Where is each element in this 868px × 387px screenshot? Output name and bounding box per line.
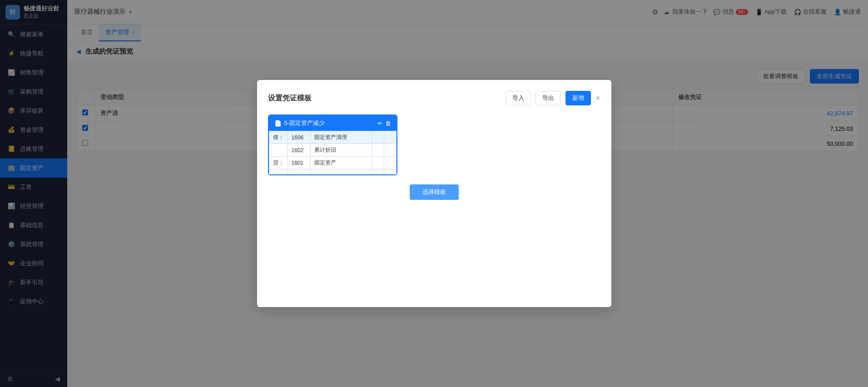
template-name: 5-固定资产减少: [284, 119, 325, 127]
entry-type: [269, 169, 288, 174]
entry-debit: [372, 157, 384, 169]
entry-code: 1601: [288, 157, 310, 169]
template-entry-row-empty: [269, 169, 396, 174]
entry-type: 借：: [269, 131, 288, 144]
dialog-close-btn[interactable]: ×: [595, 94, 600, 102]
template-entry-row: 1602 累计折旧: [269, 144, 396, 157]
import-btn[interactable]: 导入: [506, 91, 531, 105]
template-card: 📄 5-固定资产减少 ✏ 🗑 借： 1606 固定资产清理: [268, 114, 397, 175]
template-card-actions: ✏ 🗑: [377, 120, 391, 127]
entry-type: 贷：: [269, 157, 288, 169]
dialog-header: 设置凭证模板 导入 导出 新增 ×: [268, 91, 600, 105]
select-template-btn[interactable]: 选择模板: [410, 184, 459, 200]
dialog-set-template: 设置凭证模板 导入 导出 新增 × 📄 5-固定资产减少 ✏ 🗑: [257, 80, 611, 307]
entry-code: 1602: [288, 144, 310, 157]
dialog-body: 📄 5-固定资产减少 ✏ 🗑 借： 1606 固定资产清理: [268, 114, 600, 287]
entry-credit: [384, 169, 396, 174]
template-delete-icon[interactable]: 🗑: [385, 120, 391, 127]
entry-account: 固定资产清理: [310, 131, 372, 144]
template-entry-row: 贷： 1601 固定资产: [269, 157, 396, 169]
template-entries-table: 借： 1606 固定资产清理 1602 累计折旧 贷：: [269, 131, 397, 174]
entry-account: 固定资产: [310, 157, 372, 169]
entry-code: [288, 169, 310, 174]
new-btn[interactable]: 新增: [565, 91, 591, 105]
entry-account: [310, 169, 372, 174]
template-file-icon: 📄: [274, 120, 282, 127]
entry-code: 1606: [288, 131, 310, 144]
template-card-header: 📄 5-固定资产减少 ✏ 🗑: [269, 115, 397, 131]
entry-type: [269, 144, 288, 157]
entry-debit: [372, 169, 384, 174]
entry-credit: [384, 157, 396, 169]
entry-account: 累计折旧: [310, 144, 372, 157]
template-card-title: 📄 5-固定资产减少: [274, 119, 325, 127]
entry-credit: [384, 131, 396, 144]
entry-debit: [372, 144, 384, 157]
entry-debit: [372, 131, 384, 144]
dialog-actions: 导入 导出 新增: [506, 91, 591, 105]
export-btn[interactable]: 导出: [536, 91, 561, 105]
dialog-title: 设置凭证模板: [268, 94, 312, 103]
entry-credit: [384, 144, 396, 157]
template-edit-icon[interactable]: ✏: [377, 120, 382, 127]
template-entry-row: 借： 1606 固定资产清理: [269, 131, 396, 144]
